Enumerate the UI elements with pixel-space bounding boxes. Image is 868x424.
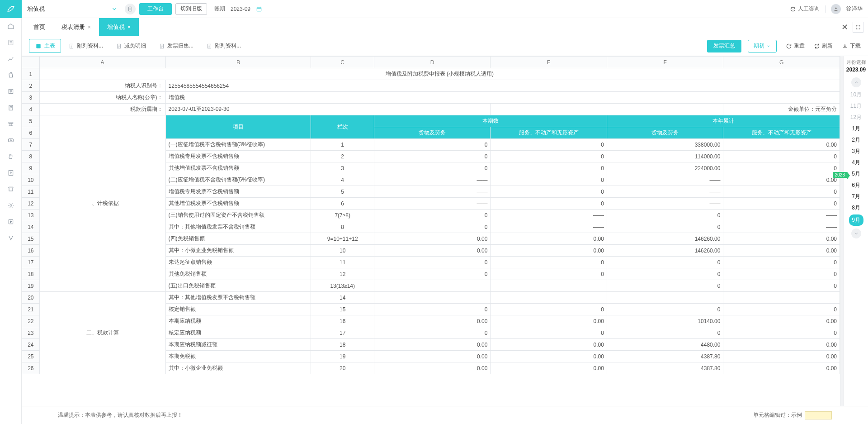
cell[interactable]: 0.00	[374, 315, 491, 327]
cell[interactable]: 0	[374, 327, 491, 339]
cell[interactable]: 5	[311, 186, 374, 198]
cell[interactable]: 20	[22, 292, 40, 304]
cell[interactable]: 本期应纳税额	[165, 315, 311, 327]
cell[interactable]: 114000.00	[607, 151, 723, 162]
cell[interactable]: 10140.00	[607, 315, 723, 327]
cell[interactable]: 24	[22, 339, 40, 351]
cell[interactable]: 7	[22, 139, 40, 151]
cell[interactable]: 2023-07-01至2023-09-30	[165, 104, 491, 115]
main-tab[interactable]: 增值税×	[99, 18, 139, 36]
cell[interactable]: 金额单位：元至角分	[723, 104, 840, 115]
fullscreen-icon[interactable]	[853, 22, 863, 33]
cell[interactable]: 0	[491, 139, 607, 151]
cell[interactable]: 0	[723, 257, 840, 268]
cell[interactable]: 其他免税销售额	[165, 268, 311, 280]
month-up-arrow[interactable]	[851, 77, 861, 87]
cell[interactable]: 4387.80	[607, 351, 723, 362]
cell[interactable]: 0	[723, 162, 840, 174]
month-option[interactable]: 3月	[844, 146, 868, 157]
cell[interactable]: 项目	[165, 115, 311, 139]
cell[interactable]: 本期数	[374, 115, 607, 127]
cell[interactable]: 0	[374, 162, 491, 174]
cell[interactable]: 0.00	[723, 245, 840, 257]
cell[interactable]: 0.00	[723, 174, 840, 186]
close-tab-icon[interactable]: ✕	[841, 22, 848, 32]
sub-tab[interactable]: 发票归集...	[153, 39, 199, 53]
cell[interactable]: 二、税款计算	[39, 292, 165, 374]
nav-bag-icon[interactable]	[0, 67, 22, 83]
cell[interactable]: 0.00	[374, 245, 491, 257]
nav-gear-icon[interactable]	[0, 197, 22, 214]
cell[interactable]: 0.00	[723, 339, 840, 351]
cell[interactable]: 0	[607, 304, 723, 315]
cell[interactable]: 2	[22, 80, 40, 92]
cell[interactable]: 0.00	[491, 362, 607, 374]
cell[interactable]	[374, 280, 491, 292]
cell[interactable]: (五)出口免税销售额	[165, 280, 311, 292]
nav-list-icon[interactable]	[0, 83, 22, 100]
nav-home-icon[interactable]	[0, 18, 22, 34]
cell[interactable]: E	[491, 57, 607, 68]
cell[interactable]: 0	[723, 327, 840, 339]
cell[interactable]	[491, 280, 607, 292]
cell[interactable]: 一、计税依据	[39, 115, 165, 292]
cell[interactable]: ——	[374, 174, 491, 186]
sub-tab[interactable]: 附列资料...	[201, 39, 246, 53]
cell[interactable]: (四)免税销售额	[165, 233, 311, 245]
cell[interactable]: 0	[491, 186, 607, 198]
cell[interactable]: 3	[22, 92, 40, 104]
cell[interactable]: 10	[311, 245, 374, 257]
month-option[interactable]: 7月	[844, 191, 868, 202]
cell[interactable]: 0.00	[374, 362, 491, 374]
cell[interactable]: 4387.80	[607, 362, 723, 374]
cell[interactable]: 16	[311, 315, 374, 327]
cell[interactable]: 224000.00	[607, 162, 723, 174]
cell[interactable]: 15	[22, 233, 40, 245]
sub-tab[interactable]: 减免明细	[110, 39, 151, 53]
cell[interactable]: ——	[491, 210, 607, 221]
cell[interactable]: (一)应征增值税不含税销售额(3%征收率)	[165, 139, 311, 151]
cell[interactable]: 0.00	[723, 362, 840, 374]
cell[interactable]: 0.00	[491, 245, 607, 257]
cell[interactable]: 25	[22, 351, 40, 362]
cell[interactable]: 0	[491, 174, 607, 186]
cell[interactable]: 3	[311, 162, 374, 174]
cell[interactable]: 0	[491, 327, 607, 339]
cell[interactable]: 0	[607, 268, 723, 280]
main-tab[interactable]: 税表清册×	[53, 18, 99, 36]
cell[interactable]: A	[39, 57, 165, 68]
cell[interactable]: 税款所属期：	[39, 104, 165, 115]
nav-archive-icon[interactable]	[0, 181, 22, 197]
cell[interactable]: (二)应征增值税不含税销售额(5%征收率)	[165, 174, 311, 186]
cell[interactable]: 338000.00	[607, 139, 723, 151]
nav-doc-icon[interactable]	[0, 34, 22, 51]
cell[interactable]: D	[374, 57, 491, 68]
cell[interactable]: 货物及劳务	[374, 127, 491, 139]
sub-tab[interactable]: 主表	[29, 39, 61, 53]
cell[interactable]: 12	[311, 268, 374, 280]
cell[interactable]: ——	[607, 186, 723, 198]
cell[interactable]: 核定应纳税额	[165, 327, 311, 339]
cell[interactable]: 17	[311, 327, 374, 339]
month-option[interactable]: 6月	[844, 180, 868, 191]
cell[interactable]: 6	[311, 198, 374, 210]
cell[interactable]: 1	[311, 139, 374, 151]
cell[interactable]: 5	[22, 115, 40, 127]
cell[interactable]: 增值税	[165, 92, 840, 104]
cell[interactable]: 146260.00	[607, 233, 723, 245]
cell[interactable]: 其中：小微企业免税额	[165, 362, 311, 374]
cell[interactable]: 本期免税额	[165, 351, 311, 362]
cell[interactable]: 9	[22, 162, 40, 174]
cell[interactable]: 18	[22, 268, 40, 280]
cell[interactable]: 0.00	[723, 351, 840, 362]
company-selector[interactable]: 增值税	[27, 5, 118, 13]
cell[interactable]: 增值税专用发票不含税销售额	[165, 151, 311, 162]
cell[interactable]: 本年累计	[607, 115, 840, 127]
sub-tab[interactable]: 附列资料...	[63, 39, 108, 53]
cell[interactable]: 2	[311, 151, 374, 162]
cell[interactable]: 8	[311, 221, 374, 233]
cell[interactable]: 23	[22, 327, 40, 339]
cell[interactable]: 12554585554554656254	[165, 80, 840, 92]
cell[interactable]: 19	[311, 351, 374, 362]
cell[interactable]: 栏次	[311, 115, 374, 139]
